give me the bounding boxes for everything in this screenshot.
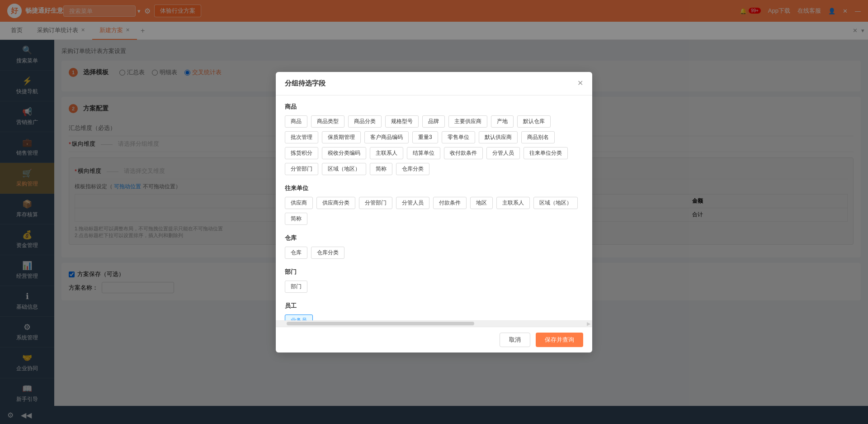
field-tag[interactable]: 供应商分类 [316,197,355,209]
modal-close-btn[interactable]: ✕ [577,80,583,87]
field-tag[interactable]: 商品分类 [348,115,382,128]
section-goods-title: 商品 [285,103,583,111]
section-partners-title: 往来单位 [285,184,583,192]
field-tag[interactable]: 付款条件 [433,197,467,209]
hscrollbar-right: ▶ [587,321,590,327]
section-department: 部门 部门 [285,268,583,293]
goods-field-grid: 商品 商品类型 商品分类 规格型号 品牌 主要供应商 产地 默认仓库 批次管理 … [285,115,583,175]
field-tag[interactable]: 规格型号 [385,115,419,128]
field-tag[interactable]: 部门 [285,281,307,293]
section-warehouse-title: 仓库 [285,234,583,242]
field-tag[interactable]: 批次管理 [285,131,318,143]
field-tag[interactable]: 拣货积分 [285,147,318,159]
field-tag[interactable]: 主联系人 [370,147,403,159]
section-partners: 往来单位 供应商 供应商分类 分管部门 分管人员 付款条件 地区 主联系人 区域… [285,184,583,225]
cancel-button[interactable]: 取消 [500,333,530,347]
field-select-modal: 分组待选字段 ✕ 商品 商品 商品类型 商品分类 规格型号 品牌 主要供应商 产… [276,72,592,353]
section-employee: 员工 业务员 [285,302,583,320]
field-tag[interactable]: 主联系人 [496,197,530,209]
field-tag[interactable]: 简称 [285,213,307,225]
confirm-button[interactable]: 保存并查询 [536,333,583,347]
field-tag[interactable]: 分管人员 [486,147,520,159]
field-tag[interactable]: 区域（地区） [322,163,366,175]
section-employee-title: 员工 [285,302,583,310]
field-tag[interactable]: 商品类型 [311,115,344,128]
field-tag[interactable]: 客户商品编码 [364,131,409,143]
section-department-title: 部门 [285,268,583,276]
department-field-grid: 部门 [285,281,583,293]
field-tag[interactable]: 收付款条件 [444,147,483,159]
field-tag[interactable]: 分管人员 [396,197,429,209]
field-tag[interactable]: 税收分类编码 [322,147,366,159]
field-tag[interactable]: 品牌 [422,115,445,128]
field-tag[interactable]: 往来单位分类 [524,147,568,159]
section-goods: 商品 商品 商品类型 商品分类 规格型号 品牌 主要供应商 产地 默认仓库 批次… [285,103,583,175]
field-tag[interactable]: 零售单位 [442,131,475,143]
field-tag[interactable]: 区域（地区） [533,197,578,209]
field-tag[interactable]: 供应商 [285,197,313,209]
field-tag[interactable]: 分管部门 [285,163,318,175]
modal-hscrollbar[interactable]: ▶ [276,320,592,327]
field-tag[interactable]: 分管部门 [359,197,392,209]
field-tag[interactable]: 仓库分类 [396,163,429,175]
field-tag[interactable]: 重量3 [412,131,438,143]
field-tag[interactable]: 默认供应商 [479,131,518,143]
field-tag[interactable]: 产地 [491,115,514,128]
field-tag[interactable]: 商品别名 [521,131,555,143]
field-tag[interactable]: 主要供应商 [448,115,487,128]
field-tag[interactable]: 仓库分类 [311,247,344,259]
modal-title: 分组待选字段 [285,79,326,88]
hscrollbar-thumb[interactable] [287,322,474,325]
field-tag[interactable]: 结算单位 [407,147,440,159]
modal-body: 商品 商品 商品类型 商品分类 规格型号 品牌 主要供应商 产地 默认仓库 批次… [276,95,592,320]
field-tag[interactable]: 简称 [370,163,392,175]
employee-field-grid: 业务员 [285,314,583,320]
partners-field-grid: 供应商 供应商分类 分管部门 分管人员 付款条件 地区 主联系人 区域（地区） … [285,197,583,225]
warehouse-field-grid: 仓库 仓库分类 [285,247,583,259]
field-tag[interactable]: 默认仓库 [517,115,551,128]
field-tag[interactable]: 保质期管理 [322,131,361,143]
modal-header: 分组待选字段 ✕ [276,72,592,95]
field-tag[interactable]: 商品 [285,115,307,128]
section-warehouse: 仓库 仓库 仓库分类 [285,234,583,259]
field-tag[interactable]: 地区 [470,197,493,209]
field-tag-selected[interactable]: 业务员 [285,314,313,320]
modal-footer: 取消 保存并查询 [276,327,592,353]
field-tag[interactable]: 仓库 [285,247,307,259]
modal-overlay: 分组待选字段 ✕ 商品 商品 商品类型 商品分类 规格型号 品牌 主要供应商 产… [0,0,868,424]
